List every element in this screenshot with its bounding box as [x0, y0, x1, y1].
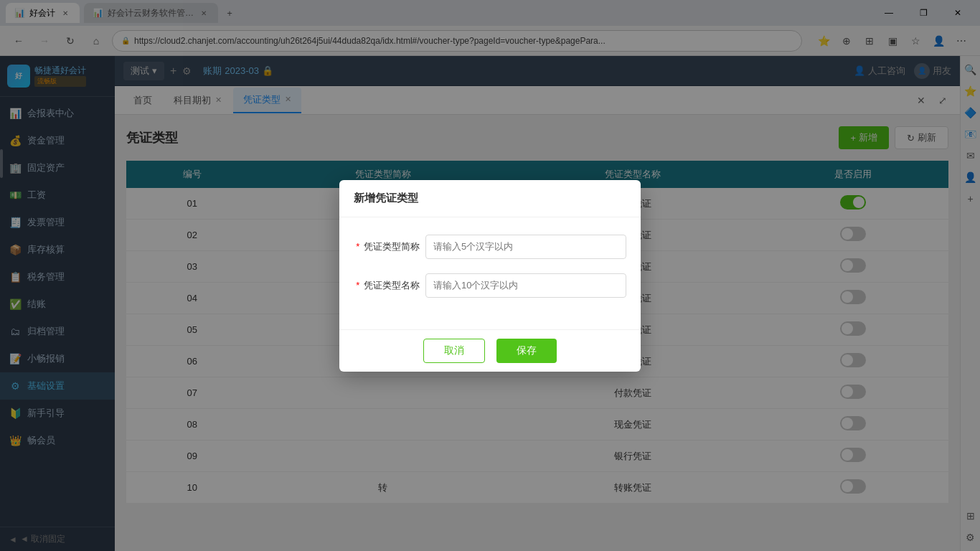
- cancel-button[interactable]: 取消: [423, 339, 485, 363]
- full-label-text: 凭证类型名称: [364, 280, 420, 291]
- full-name-row: * 凭证类型名称: [354, 273, 626, 298]
- modal-footer: 取消 保存: [339, 329, 641, 372]
- short-name-label: * 凭证类型简称: [354, 240, 425, 253]
- modal-overlay: 新增凭证类型 * 凭证类型简称 * 凭证类型名称 取消 保存: [0, 0, 980, 551]
- required-mark: *: [356, 241, 359, 252]
- short-label-text: 凭证类型简称: [364, 241, 420, 252]
- short-name-input[interactable]: [425, 235, 626, 259]
- short-name-row: * 凭证类型简称: [354, 235, 626, 259]
- modal-body: * 凭证类型简称 * 凭证类型名称: [339, 217, 641, 329]
- modal-header: 新增凭证类型: [339, 180, 641, 217]
- add-voucher-modal: 新增凭证类型 * 凭证类型简称 * 凭证类型名称 取消 保存: [339, 180, 641, 372]
- full-name-label: * 凭证类型名称: [354, 279, 425, 292]
- required-mark2: *: [356, 280, 359, 291]
- modal-title: 新增凭证类型: [354, 192, 418, 204]
- full-name-input[interactable]: [425, 273, 626, 298]
- save-button[interactable]: 保存: [496, 339, 557, 363]
